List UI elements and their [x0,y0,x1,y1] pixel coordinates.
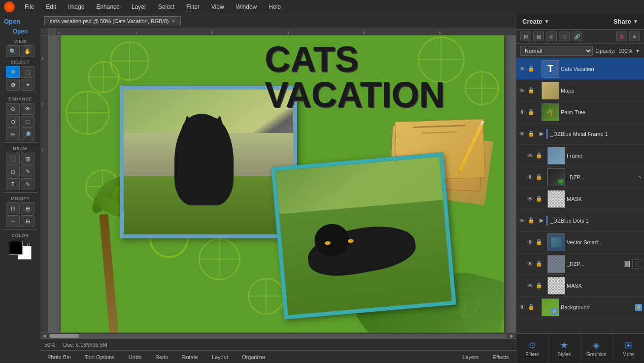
group-expand-icon[interactable]: ▶ [540,131,543,137]
layer-eye-frame[interactable]: 👁 [526,152,534,160]
organizer-button[interactable]: Organizer [239,353,269,361]
layer-lock-mask1[interactable]: 🔒 [536,195,542,203]
scroll-right-arrow[interactable]: ▶ [508,333,516,338]
zoom-tool[interactable]: 🔍 [6,45,20,57]
eyedropper-enhance-tool[interactable]: ⊕ [6,103,20,115]
move-tool[interactable]: ✥ [6,66,20,78]
share-button[interactable]: Share ▼ [613,18,638,25]
layer-item-cats-vacation[interactable]: 👁 🔒 T Cats Vacation [516,58,644,80]
layer-item-palm-tree[interactable]: 👁 🔒 🌴 Palm Tree [516,101,644,123]
layer-item-frame[interactable]: 👁 🔒 Frame [516,145,644,166]
clone-tool[interactable]: ⊙ [6,116,20,128]
layer-menu-button[interactable]: ≡ [629,32,640,41]
layers-list[interactable]: 👁 🔒 T Cats Vacation 👁 🔒 Maps 👁 🔒 [516,58,644,333]
canvas-scrollbar-horizontal[interactable]: ◀ ▶ [40,332,516,338]
layer-mask-button[interactable]: □ [559,32,570,41]
layer-item-mask1[interactable]: 👁 🔒 MASK [516,188,644,210]
layer-lock-mask2[interactable]: 🔒 [536,282,542,290]
menu-filter[interactable]: Filter [184,2,202,11]
layer-kind-button[interactable]: ⊞ [520,32,531,41]
opacity-arrow[interactable]: ▼ [635,48,640,54]
layer-lock-bg[interactable]: 🔒 [528,303,535,311]
layer-group-button[interactable]: ▤ [533,32,544,41]
menu-window[interactable]: Window [234,2,259,11]
paint-bucket-tool[interactable]: ⬛ [6,153,20,165]
styles-tab[interactable]: ★ Styles [548,334,580,363]
filters-tab[interactable]: ⊙ Filters [516,334,548,363]
create-button[interactable]: Create ▼ [522,18,549,25]
type-tool[interactable]: T [6,178,20,190]
tool-options-button[interactable]: Tool Options [82,353,118,361]
undo-button[interactable]: Undo [126,353,144,361]
layer-eye-palm[interactable]: 👁 [518,108,526,116]
crop-tool[interactable]: ⊡ [6,202,20,214]
layer-eye-bg[interactable]: 👁 [518,303,526,311]
document-tab[interactable]: cats vacation.psd @ 50% (Cats Vacation, … [44,16,181,26]
stamp-tool[interactable]: □ [21,116,34,128]
layer-eye-maps[interactable]: 👁 [518,87,526,95]
foreground-color[interactable] [9,241,23,255]
layer-delete-button[interactable]: 🗑 [616,32,627,41]
magic-wand-tool[interactable]: ✦ [21,79,34,91]
layer-item-maps[interactable]: 👁 🔒 Maps [516,80,644,101]
layers-button[interactable]: Layers [460,353,482,361]
layer-eye-mask2[interactable]: 👁 [526,282,534,290]
layer-eye-dzp1[interactable]: 👁 [526,173,534,181]
scroll-thumb-h[interactable] [49,334,79,338]
close-document-button[interactable]: ✕ [171,18,175,24]
open-button[interactable]: Open [0,27,40,37]
opacity-value[interactable]: 100% [618,48,632,54]
layer-item-vector-smart[interactable]: 👁 🔒 Vector Smart... [516,231,644,253]
layer-item-background[interactable]: 👁 🔒 🔒 Background 🔒 [516,297,644,318]
straighten-tool[interactable]: ↔ [6,215,20,227]
menu-layer[interactable]: Layer [130,2,148,11]
layer-item-dzp1[interactable]: 👁 🔒 🌿 _DZP... ↖ [516,166,644,188]
layer-lock-maps[interactable]: 🔒 [528,87,535,95]
layer-eye-frame-group[interactable]: 👁 [518,130,526,138]
layer-eye-dzp2[interactable]: 👁 [526,260,534,268]
hand-tool[interactable]: ✋ [21,45,34,57]
layer-eye-cats-vacation[interactable]: 👁 [518,65,526,73]
gradient-tool[interactable]: ▨ [21,153,34,165]
open-button[interactable]: Open [4,18,20,25]
blur-tool[interactable]: 🔎 [21,129,34,140]
pencil-tool[interactable]: ✎ [21,165,34,177]
layer-item-dzblue-frame-group[interactable]: 👁 🔒 ▶ _DZBlue Metal Frame 1 [516,123,644,145]
lasso-tool[interactable]: ⊘ [6,79,20,91]
layer-lock-frame-group[interactable]: 🔒 [528,130,535,138]
marquee-tool[interactable]: ⬚ [21,66,34,78]
layout-button[interactable]: Layout [209,353,231,361]
redo-button[interactable]: Redo [152,353,171,361]
layer-lock-frame[interactable]: 🔒 [536,152,542,160]
layer-item-dzp2[interactable]: 👁 🔒 _DZP... [516,253,644,275]
rotate-button[interactable]: Rotate [179,353,201,361]
layer-lock-palm[interactable]: 🔒 [528,108,535,116]
layer-link-button[interactable]: 🔗 [572,32,582,41]
layer-eye-dots-group[interactable]: 👁 [518,217,526,225]
shape-tool[interactable]: ✎ [21,178,34,190]
layer-lock-cats-vacation[interactable]: 🔒 [528,65,535,73]
swap-colors[interactable]: ⇄ [27,242,31,247]
layer-item-mask2[interactable]: 👁 🔒 MASK [516,275,644,297]
dots-group-expand-icon[interactable]: ▶ [540,217,543,224]
layer-lock-dzp2[interactable]: 🔒 [536,260,542,268]
scroll-left-arrow[interactable]: ◀ [40,333,48,338]
canvas-viewport[interactable]: CATS VACATION [48,35,516,332]
layer-item-dzblue-dots-group[interactable]: 👁 🔒 ▶ _DZBlue Dots 1 [516,210,644,231]
menu-help[interactable]: Help [267,2,283,11]
menu-select[interactable]: Select [156,2,176,11]
layer-adjustment-button[interactable]: ◎ [546,32,557,41]
menu-view[interactable]: View [209,2,226,11]
more-tab[interactable]: ⊞ More [612,334,644,363]
layer-eye-vector[interactable]: 👁 [526,238,534,246]
layer-lock-dots-group[interactable]: 🔒 [528,217,535,225]
layer-lock-dzp1[interactable]: 🔒 [536,173,542,181]
effects-button[interactable]: Effects [490,353,512,361]
layer-lock-vector[interactable]: 🔒 [536,238,542,246]
content-tool[interactable]: ⊟ [21,215,34,227]
menu-enhance[interactable]: Enhance [94,2,121,11]
red-eye-tool[interactable]: 👁 [21,103,34,115]
blend-mode-select[interactable]: Normal Dissolve Multiply Screen Overlay [520,46,593,56]
photo-bin-button[interactable]: Photo Bin [44,353,74,361]
recompose-tool[interactable]: ⊞ [21,202,34,214]
